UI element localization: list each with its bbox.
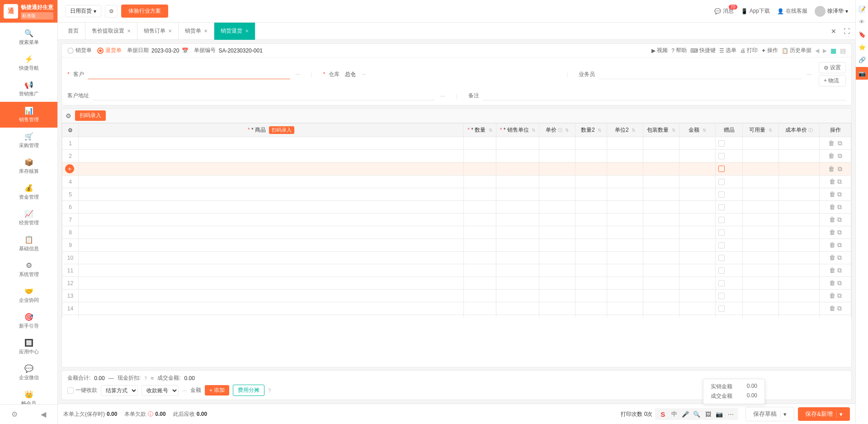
radio-sales-bill[interactable]: 销货单 (67, 47, 92, 54)
gift-checkbox[interactable] (718, 153, 725, 159)
price-cell[interactable] (539, 150, 576, 162)
price-cell-active[interactable] (539, 162, 576, 176)
app-download-btn[interactable]: 📱 App下载 (741, 7, 770, 15)
delete-icon[interactable]: 🗑 (828, 266, 836, 275)
split-help-icon[interactable]: ? (268, 388, 271, 393)
discount-help-icon[interactable]: ? (144, 376, 147, 381)
address-input[interactable] (93, 91, 435, 100)
scan-status-icon[interactable]: 📷 (714, 409, 724, 419)
copy-icon[interactable]: ⧉ (836, 291, 843, 300)
split-btn[interactable]: 费用分摊 (233, 385, 264, 396)
delete-icon[interactable]: 🗑 (828, 228, 836, 237)
qty-cell[interactable] (464, 137, 496, 150)
operate-action[interactable]: ✦ 操作 (761, 47, 778, 54)
copy-icon[interactable]: ⧉ (837, 151, 843, 160)
right-icon-bookmark[interactable]: 🔖 (857, 29, 868, 40)
unit-cell-active[interactable] (496, 162, 539, 176)
quick-pay-checkbox[interactable] (67, 387, 74, 394)
sidebar-settings-btn[interactable]: ⚙ (9, 408, 19, 420)
tab-close-icon[interactable]: ✕ (127, 29, 131, 33)
salesperson-input[interactable] (599, 70, 802, 79)
sidebar-item-wechat[interactable]: 💬 企业微信 (0, 360, 57, 386)
sidebar-item-appcenter[interactable]: 🔲 应用中心 (0, 334, 57, 360)
gift-cell[interactable] (716, 150, 743, 162)
quick-pay-checkbox-label[interactable]: 一键收款 (67, 386, 97, 394)
gift-checkbox[interactable] (718, 166, 725, 172)
gift-checkbox[interactable] (718, 242, 725, 248)
unit2-cell-active[interactable] (607, 162, 643, 176)
table-scroll-area[interactable]: ⚙ * * 商品 扫码录入 * * 数量 ⇅ (62, 123, 851, 318)
qty2-cell[interactable] (576, 137, 607, 150)
qty2-cell-active[interactable] (576, 162, 607, 176)
save-new-btn[interactable]: 保存&新增 ▾ (798, 407, 850, 421)
message-btn[interactable]: 💬 消息 70 (714, 7, 734, 15)
customer-input[interactable] (88, 70, 290, 79)
sidebar-item-finance[interactable]: 💰 资金管理 (0, 179, 57, 205)
grid-view-icon[interactable]: ▦ (830, 47, 836, 54)
sidebar-item-operations[interactable]: 📈 经营管理 (0, 205, 57, 231)
delete-icon[interactable]: 🗑 (828, 316, 836, 318)
tab-sales-order[interactable]: 销售订单 ✕ (137, 23, 179, 40)
delete-icon[interactable]: 🗑 (828, 304, 836, 313)
avail-cell-active[interactable] (743, 162, 779, 176)
amount-cell[interactable] (679, 150, 716, 162)
right-icon-camera[interactable]: 📷 (856, 67, 868, 80)
tab-price-settings[interactable]: 售价提取设置 ✕ (85, 23, 137, 40)
unit2-cell[interactable] (607, 150, 643, 162)
sidebar-item-member[interactable]: 👑 畅会员 (0, 386, 57, 404)
settings-btn[interactable]: ⚙ 设置 (819, 62, 846, 73)
delete-icon[interactable]: 🗑 (828, 291, 836, 300)
copy-icon[interactable]: ⧉ (836, 278, 843, 287)
calc-method-select[interactable]: 结算方式 (101, 385, 138, 396)
copy-icon[interactable]: ⧉ (837, 138, 843, 148)
gift-checkbox[interactable] (718, 217, 725, 223)
amount-cell-active[interactable] (679, 162, 716, 176)
tab-home[interactable]: 首页 (61, 23, 85, 40)
tab-close-all-btn[interactable]: ✕ (829, 26, 838, 37)
sidebar-item-collab[interactable]: 🤝 企业协同 (0, 282, 57, 308)
copy-icon[interactable]: ⧉ (837, 164, 843, 173)
customer-select-icon[interactable]: ··· (296, 71, 300, 77)
delete-icon[interactable]: 🗑 (828, 253, 836, 262)
delete-icon[interactable]: 🗑 (828, 177, 836, 186)
list-view-icon[interactable]: ▤ (840, 47, 846, 54)
help-action[interactable]: ? 帮助 (671, 47, 687, 54)
delete-icon[interactable]: 🗑 (828, 240, 836, 249)
pkg-cell[interactable] (643, 137, 679, 150)
right-icon-link[interactable]: 🔗 (857, 54, 868, 65)
gift-checkbox[interactable] (718, 280, 725, 286)
avail-cell[interactable] (743, 137, 779, 150)
copy-icon[interactable]: ⧉ (836, 177, 843, 186)
sidebar-item-sales[interactable]: 📊 销售管理 (0, 102, 57, 128)
copy-icon[interactable]: ⧉ (836, 253, 843, 262)
copy-icon[interactable]: ⧉ (836, 316, 843, 318)
cost-cell-active[interactable] (779, 162, 820, 176)
save-new-chevron-icon[interactable]: ▾ (836, 411, 843, 418)
draft-chevron-icon[interactable]: ▾ (780, 411, 787, 418)
add-row-btn[interactable]: + (65, 164, 74, 173)
delete-icon[interactable]: 🗑 (828, 202, 836, 211)
service-btn[interactable]: 👤 在线客服 (777, 7, 807, 15)
unit-cell[interactable] (496, 137, 539, 150)
product-input-active[interactable] (81, 166, 461, 172)
remark-input[interactable] (483, 91, 846, 100)
delete-icon[interactable]: 🗑 (828, 190, 836, 199)
scan-btn-in-header[interactable]: 扫码录入 (269, 126, 294, 134)
sidebar-item-quicknav[interactable]: ⚡ 快捷导航 (0, 50, 57, 76)
history-action[interactable]: 📋 历史单据 (782, 47, 811, 54)
gift-checkbox[interactable] (718, 204, 725, 210)
tab-close-icon[interactable]: ✕ (204, 29, 208, 33)
cost-cell[interactable] (779, 150, 820, 162)
scan-button[interactable]: 扫码录入 (75, 110, 106, 121)
copy-icon[interactable]: ⧉ (836, 215, 843, 224)
amount-cell[interactable] (679, 137, 716, 150)
user-menu[interactable]: 徐泽华 ▾ (815, 6, 848, 17)
tab-sales-return[interactable]: 销货退货 ✕ (214, 23, 255, 40)
sidebar-collapse-btn[interactable]: ◀ (39, 408, 48, 420)
trial-button[interactable]: 体验行业方案 (121, 5, 168, 18)
sidebar-item-inventory[interactable]: 📦 库存核算 (0, 153, 57, 179)
gift-cell-active[interactable] (716, 162, 743, 176)
tab-sales-bill[interactable]: 销货单 ✕ (179, 23, 214, 40)
pkg-cell[interactable] (643, 150, 679, 162)
copy-icon[interactable]: ⧉ (836, 228, 843, 237)
